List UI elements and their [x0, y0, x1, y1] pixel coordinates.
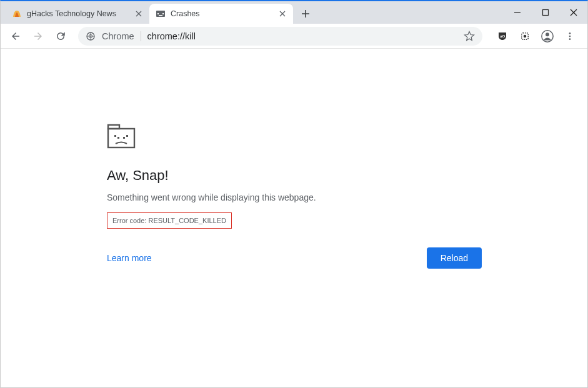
- svg-rect-1: [157, 13, 159, 14]
- toolbar: Chrome chrome://kill uO: [1, 24, 587, 49]
- omnibox[interactable]: Chrome chrome://kill: [78, 27, 482, 46]
- sad-folder-icon: [107, 124, 482, 150]
- tab-title: gHacks Technology News: [27, 9, 129, 18]
- tab-ghacks[interactable]: gHacks Technology News: [6, 4, 149, 24]
- svg-rect-15: [108, 125, 119, 129]
- error-code-box: Error code: RESULT_CODE_KILLED: [107, 212, 232, 229]
- bookmark-star-icon[interactable]: [464, 31, 475, 42]
- svg-rect-2: [162, 13, 164, 14]
- svg-rect-16: [114, 135, 116, 137]
- svg-text:uO: uO: [500, 34, 506, 37]
- extension-icon[interactable]: [516, 27, 534, 45]
- svg-rect-3: [159, 15, 162, 16]
- new-tab-button[interactable]: [297, 5, 314, 22]
- favicon-ghacks: [12, 9, 22, 19]
- svg-point-12: [569, 35, 571, 37]
- tab-crashes[interactable]: Crashes: [149, 4, 293, 24]
- extension-icons: uO: [490, 27, 582, 45]
- close-icon[interactable]: [134, 9, 143, 18]
- maximize-button[interactable]: [531, 3, 559, 22]
- svg-rect-14: [108, 129, 134, 147]
- error-subtext: Something went wrong while displaying th…: [107, 192, 482, 202]
- reload-toolbar-button[interactable]: [51, 26, 71, 46]
- omnibox-divider: [141, 31, 141, 41]
- omnibox-origin: Chrome: [102, 31, 134, 41]
- menu-button[interactable]: [561, 27, 579, 45]
- tab-title: Crashes: [171, 9, 273, 18]
- profile-avatar-icon[interactable]: [539, 27, 556, 45]
- close-window-button[interactable]: [559, 3, 587, 22]
- tab-strip: gHacks Technology News Crashes: [1, 1, 587, 24]
- omnibox-url: chrome://kill: [147, 31, 196, 41]
- error-panel: Aw, Snap! Something went wrong while dis…: [107, 124, 482, 269]
- svg-rect-17: [117, 137, 119, 139]
- svg-point-10: [546, 32, 549, 36]
- svg-rect-18: [123, 137, 125, 139]
- svg-rect-4: [542, 10, 548, 16]
- error-actions: Learn more Reload: [107, 247, 482, 269]
- reload-button[interactable]: Reload: [427, 247, 482, 269]
- favicon-crashes: [156, 9, 166, 19]
- back-button[interactable]: [6, 26, 26, 46]
- site-info-icon[interactable]: [86, 31, 96, 41]
- svg-point-13: [569, 38, 571, 40]
- error-headline: Aw, Snap!: [107, 167, 482, 184]
- learn-more-link[interactable]: Learn more: [107, 253, 152, 263]
- ublock-icon[interactable]: uO: [494, 27, 511, 45]
- minimize-button[interactable]: [503, 3, 531, 22]
- forward-button[interactable]: [28, 26, 48, 46]
- svg-point-8: [524, 34, 527, 37]
- svg-point-11: [569, 32, 571, 34]
- window-controls: [503, 1, 587, 24]
- page-content: Aw, Snap! Something went wrong while dis…: [1, 49, 587, 387]
- svg-rect-19: [126, 135, 128, 137]
- close-icon[interactable]: [278, 9, 287, 18]
